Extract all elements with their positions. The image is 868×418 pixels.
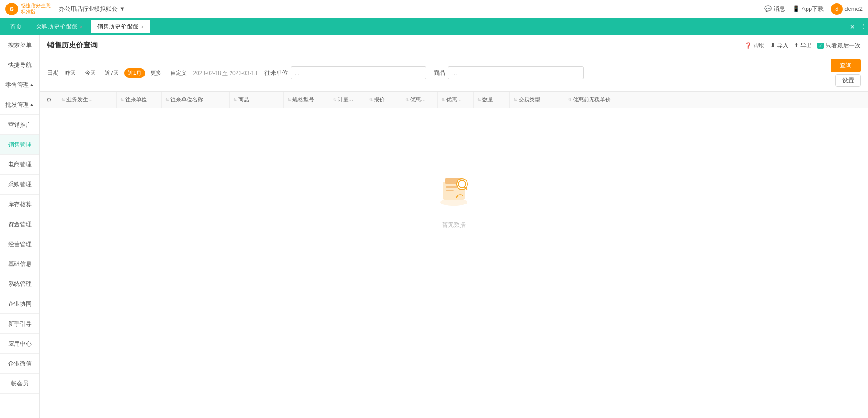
checkbox-icon: ✓ (817, 43, 824, 49)
th-bizdate[interactable]: ⇅ 业务发生... (58, 92, 117, 108)
sidebar-item-finance[interactable]: 资金管理 (0, 214, 39, 234)
sidebar-item-wholesale[interactable]: 批发管理 ▲ (0, 95, 39, 115)
filter-row: 日期 昨天 今天 近7天 近1月 更多 自定义 2023-02-18 至 202… (40, 54, 868, 92)
sidebar-item-search-menu[interactable]: 搜索菜单 (0, 35, 39, 55)
sidebar-item-marketing[interactable]: 营销推广 (0, 115, 39, 135)
top-header: 6 畅捷信好生意 标准版 办公用品行业模拟账套 ▼ 💬 消息 📱 App下载 d… (0, 0, 868, 18)
table-container: ⚙ ⇅ 业务发生... ⇅ 往来单位 ⇅ 往来单位名称 ⇅ 商品 (40, 92, 868, 418)
date-range: 2023-02-18 至 2023-03-18 (193, 70, 257, 77)
table-header: ⚙ ⇅ 业务发生... ⇅ 往来单位 ⇅ 往来单位名称 ⇅ 商品 (40, 92, 868, 108)
settings-icon: ⚙ (47, 97, 52, 103)
sort-icon-11: ⇅ (514, 97, 517, 102)
partner-label: 往来单位 (264, 69, 288, 77)
th-disc2[interactable]: ⇅ 优惠... (438, 92, 474, 108)
goods-filter-group: 商品 ... (434, 66, 584, 79)
chevron-up-icon: ▲ (29, 82, 34, 87)
page-actions: ❓ 帮助 ⬇ 导入 ⬆ 导出 ✓ 只看最后一次 (745, 42, 861, 50)
import-button[interactable]: ⬇ 导入 (770, 42, 788, 50)
sidebar-item-purchase[interactable]: 采购管理 (0, 175, 39, 195)
tab-sales[interactable]: 销售历史价跟踪 × (91, 20, 150, 33)
export-icon: ⬆ (794, 42, 799, 49)
settings-button[interactable]: 设置 (835, 74, 861, 87)
goods-label: 商品 (434, 69, 445, 77)
tab-purchase-close[interactable]: × (80, 24, 83, 29)
th-noprice[interactable]: ⇅ 优惠前无税单价 (564, 92, 868, 108)
sort-icon-2: ⇅ (120, 97, 124, 102)
date-btn-1month[interactable]: 近1月 (124, 68, 146, 78)
partner-placeholder: ... (295, 70, 300, 76)
import-icon: ⬇ (770, 42, 775, 49)
sort-icon-3: ⇅ (165, 97, 169, 102)
date-btn-yesterday[interactable]: 昨天 (61, 68, 80, 78)
th-unit[interactable]: ⇅ 计量... (329, 92, 365, 108)
th-disc1[interactable]: ⇅ 优惠... (401, 92, 438, 108)
th-price[interactable]: ⇅ 报价 (365, 92, 401, 108)
date-btn-custom[interactable]: 自定义 (167, 68, 190, 78)
sidebar-item-operations[interactable]: 经营管理 (0, 234, 39, 254)
dropdown-icon: ▼ (119, 5, 125, 12)
goods-placeholder: ... (452, 70, 457, 76)
date-btn-7days[interactable]: 近7天 (101, 68, 123, 78)
main-layout: 搜索菜单 快捷导航 零售管理 ▲ 批发管理 ▲ 营销推广 销售管理 电商管理 采… (0, 35, 868, 418)
avatar: d (831, 3, 843, 15)
tab-home[interactable]: 首页 (4, 20, 28, 33)
message-icon: 💬 (764, 5, 772, 12)
query-button[interactable]: 查询 (831, 59, 861, 72)
app-selector[interactable]: 办公用品行业模拟账套 ▼ (59, 5, 125, 13)
sidebar-item-membership[interactable]: 畅会员 (0, 374, 39, 394)
th-qty[interactable]: ⇅ 数量 (474, 92, 510, 108)
sort-icon-8: ⇅ (405, 97, 409, 102)
user-menu[interactable]: d demo2 (831, 3, 863, 15)
tab-maximize-icon[interactable]: ⛶ (859, 24, 864, 30)
tab-bar: 首页 采购历史价跟踪 × 销售历史价跟踪 × ✕ ⛶ (0, 18, 868, 35)
th-spec[interactable]: ⇅ 规格型号 (284, 92, 329, 108)
app-download-button[interactable]: 📱 App下载 (793, 5, 824, 13)
date-btn-today[interactable]: 今天 (81, 68, 99, 78)
logo-area: 6 畅捷信好生意 标准版 (5, 3, 51, 15)
date-btn-more[interactable]: 更多 (147, 68, 165, 78)
th-goods[interactable]: ⇅ 商品 (230, 92, 284, 108)
export-button[interactable]: ⬆ 导出 (794, 42, 812, 50)
empty-text: 暂无数据 (442, 221, 466, 229)
help-button[interactable]: ❓ 帮助 (745, 42, 765, 50)
empty-state: 暂无数据 (40, 108, 868, 289)
sort-icon: ⇅ (61, 97, 65, 102)
svg-rect-7 (446, 190, 454, 191)
sidebar-item-basic-info[interactable]: 基础信息 (0, 254, 39, 274)
sort-icon-6: ⇅ (333, 97, 336, 102)
header-right: 💬 消息 📱 App下载 d demo2 (764, 3, 863, 15)
sort-icon-4: ⇅ (233, 97, 237, 102)
tab-sales-close[interactable]: × (141, 24, 144, 29)
content-area: 销售历史价查询 ❓ 帮助 ⬇ 导入 ⬆ 导出 ✓ 只看最后一次 (40, 35, 868, 418)
sidebar-item-enterprise[interactable]: 企业协同 (0, 294, 39, 314)
sidebar-item-retail[interactable]: 零售管理 ▲ (0, 75, 39, 95)
help-icon: ❓ (745, 42, 752, 49)
message-button[interactable]: 💬 消息 (764, 5, 785, 13)
sidebar-item-inventory[interactable]: 库存核算 (0, 195, 39, 214)
tab-purchase[interactable]: 采购历史价跟踪 × (30, 20, 89, 33)
sidebar: 搜索菜单 快捷导航 零售管理 ▲ 批发管理 ▲ 营销推广 销售管理 电商管理 采… (0, 35, 40, 418)
chevron-up-icon-2: ▲ (29, 102, 34, 107)
only-last-checkbox[interactable]: ✓ 只看最后一次 (817, 42, 861, 50)
partner-input[interactable]: ... (291, 66, 426, 79)
empty-icon (431, 168, 476, 214)
logo-icon: 6 (5, 3, 18, 15)
sidebar-item-guide[interactable]: 新手引导 (0, 314, 39, 334)
page-header: 销售历史价查询 ❓ 帮助 ⬇ 导入 ⬆ 导出 ✓ 只看最后一次 (40, 35, 868, 54)
th-settings[interactable]: ⚙ (40, 97, 58, 103)
sidebar-item-apps[interactable]: 应用中心 (0, 334, 39, 354)
th-partner[interactable]: ⇅ 往来单位 (117, 92, 162, 108)
sidebar-item-sales[interactable]: 销售管理 (0, 135, 39, 155)
th-partnername[interactable]: ⇅ 往来单位名称 (162, 92, 230, 108)
sort-icon-9: ⇅ (441, 97, 445, 102)
sidebar-item-system[interactable]: 系统管理 (0, 274, 39, 294)
tab-close-all-icon[interactable]: ✕ (850, 24, 855, 30)
sort-icon-7: ⇅ (369, 97, 373, 102)
sidebar-item-wechat[interactable]: 企业微信 (0, 354, 39, 374)
sidebar-item-ecommerce[interactable]: 电商管理 (0, 155, 39, 175)
filter-actions: 查询 设置 (831, 59, 861, 87)
goods-input[interactable]: ... (448, 66, 584, 79)
page-title: 销售历史价查询 (47, 41, 98, 50)
th-txtype[interactable]: ⇅ 交易类型 (510, 92, 564, 108)
sidebar-item-quick-nav[interactable]: 快捷导航 (0, 55, 39, 75)
